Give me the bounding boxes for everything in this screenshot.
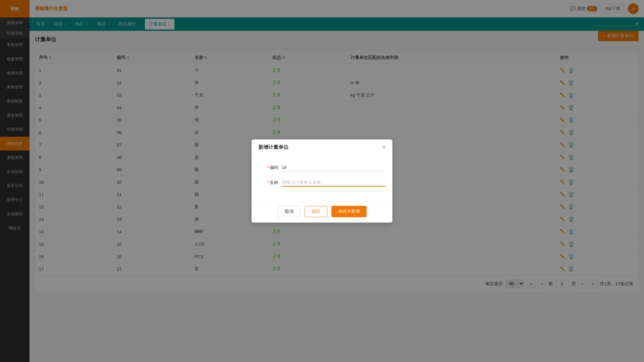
modal-title: 新增计量单位 [258,144,288,150]
code-input[interactable] [282,164,386,172]
cancel-button[interactable]: 取消 [278,206,301,217]
form-row-name: 名称 [258,178,386,187]
modal-footer: 取消 保存 保存并新增 [252,201,392,223]
save-button[interactable]: 保存 [305,206,327,217]
modal-overlay[interactable]: 新增计量单位 × 编码 名称 取消 保存 保存并新增 [0,0,644,362]
name-label: 名称 [258,180,278,186]
modal-header: 新增计量单位 × [252,139,392,156]
modal-close-button[interactable]: × [382,144,386,150]
name-input[interactable] [282,178,386,187]
modal-body: 编码 名称 [252,156,392,201]
save-and-new-button[interactable]: 保存并新增 [331,206,367,217]
add-unit-modal: 新增计量单位 × 编码 名称 取消 保存 保存并新增 [252,139,392,223]
code-label: 编码 [258,165,278,171]
form-row-code: 编码 [258,164,386,172]
